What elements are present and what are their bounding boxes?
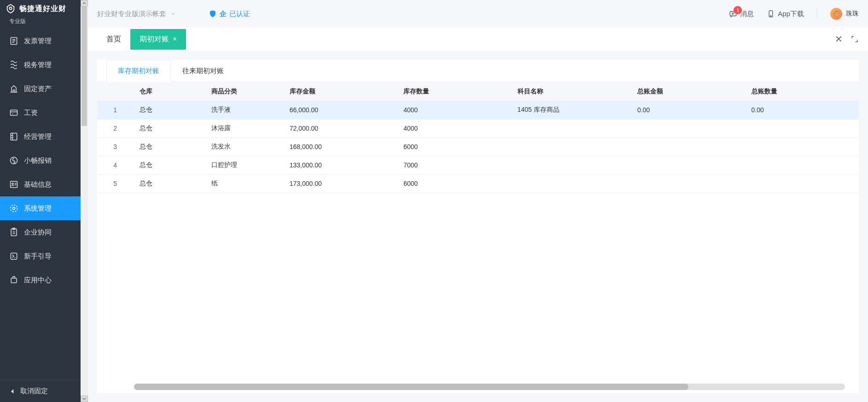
assets-icon xyxy=(9,84,18,93)
cert-prefix: 企 xyxy=(220,10,227,18)
svg-point-0 xyxy=(9,7,12,9)
tab-label: 期初对账 xyxy=(140,34,169,44)
divider xyxy=(817,9,817,18)
cell-empty xyxy=(745,174,859,193)
messages-label: 消息 xyxy=(740,10,754,18)
table-row[interactable]: 3总仓洗发水168,000.006000 xyxy=(97,138,859,156)
nav-label: 小畅报销 xyxy=(24,156,52,165)
cell-empty xyxy=(631,119,745,138)
th-category[interactable]: 商品分类 xyxy=(205,82,283,101)
download-label: App下载 xyxy=(778,10,804,18)
brand-name: 畅捷通好业财 xyxy=(19,4,66,14)
nav-label: 应用中心 xyxy=(24,276,52,285)
svg-point-15 xyxy=(771,16,772,17)
cell-category: 沐浴露 xyxy=(205,119,283,138)
cell-empty xyxy=(745,138,859,156)
cell-index: 2 xyxy=(97,119,133,138)
download-button[interactable]: App下载 xyxy=(767,10,804,18)
cell-inv-qty: 6000 xyxy=(397,174,511,193)
account-selector[interactable]: 好业财专业版演示帐套 xyxy=(97,10,190,18)
th-account[interactable]: 科目名称 xyxy=(511,82,631,101)
messages-button[interactable]: 1 消息 xyxy=(729,10,754,18)
avatar-icon: 🐵 xyxy=(830,8,842,20)
cell-inv-amount: 72,000.00 xyxy=(283,119,397,138)
cell-index: 3 xyxy=(97,138,133,156)
tab-reconciliation[interactable]: 期初对账 × xyxy=(130,29,186,50)
sidebar-unpin[interactable]: 取消固定 xyxy=(0,380,81,402)
table-row[interactable]: 4总仓口腔护理133,000.007000 xyxy=(97,156,859,174)
cell-empty xyxy=(631,138,745,156)
tax-icon xyxy=(9,60,18,69)
th-gl-qty[interactable]: 总账数量 xyxy=(745,82,859,101)
nav-label: 基础信息 xyxy=(24,180,52,189)
table-row[interactable]: 1总仓洗手液66,000.0040001405 库存商品0.000.00 xyxy=(97,101,859,119)
th-inv-qty[interactable]: 库存数量 xyxy=(397,82,511,101)
user-menu[interactable]: 🐵 珠珠 xyxy=(830,8,859,20)
th-inv-amount[interactable]: 库存金额 xyxy=(283,82,397,101)
system-icon xyxy=(9,204,18,213)
nav-basic[interactable]: 基础信息 xyxy=(0,172,81,196)
nav-invoice[interactable]: 发票管理 xyxy=(0,29,81,53)
cell-index: 1 xyxy=(97,101,133,119)
nav-label: 新手引导 xyxy=(24,252,52,261)
cell-category: 口腔护理 xyxy=(205,156,283,174)
cell-warehouse: 总仓 xyxy=(133,101,205,119)
nav-collab[interactable]: 企业协同 xyxy=(0,220,81,244)
nav-system[interactable]: 系统管理 xyxy=(0,196,81,220)
tab-label: 首页 xyxy=(106,34,121,44)
table-row[interactable]: 2总仓沐浴露72,000.004000 xyxy=(97,119,859,138)
expand-icon[interactable] xyxy=(851,35,859,43)
subtab-ar-ap[interactable]: 往来期初对账 xyxy=(171,60,235,82)
cell-warehouse: 总仓 xyxy=(133,119,205,138)
cell-empty xyxy=(511,174,631,193)
scrollbar-thumb[interactable] xyxy=(134,384,688,390)
cell-inv-qty: 6000 xyxy=(397,138,511,156)
cell-inv-qty: 4000 xyxy=(397,101,511,119)
content: 库存期初对账 往来期初对账 xyxy=(88,51,868,402)
sidebar-footer-label: 取消固定 xyxy=(20,387,48,396)
cell-warehouse: 总仓 xyxy=(133,174,205,193)
nav-expense[interactable]: 小畅报销 xyxy=(0,149,81,172)
apps-icon xyxy=(9,276,18,285)
cell-empty xyxy=(511,138,631,156)
close-icon[interactable]: × xyxy=(173,35,177,43)
subtab-bar: 库存期初对账 往来期初对账 xyxy=(97,60,859,82)
messages-badge: 1 xyxy=(734,6,742,14)
th-warehouse[interactable]: 仓库 xyxy=(133,82,205,101)
nav-guide[interactable]: 新手引导 xyxy=(0,244,81,268)
cell-empty xyxy=(631,156,745,174)
sidebar-nav: 发票管理 税务管理 固定资产 工资 经营管理 小畅报销 xyxy=(0,29,81,380)
cell-empty xyxy=(511,119,631,138)
chevron-down-icon xyxy=(170,11,176,17)
th-gl-amount[interactable]: 总账金额 xyxy=(631,82,745,101)
scroll-down-icon[interactable] xyxy=(81,396,88,402)
scroll-thumb[interactable] xyxy=(82,6,87,126)
cell-empty xyxy=(745,156,859,174)
cell-warehouse: 总仓 xyxy=(133,138,205,156)
phone-icon xyxy=(767,10,775,18)
close-all-icon[interactable]: ✕ xyxy=(835,34,843,45)
scroll-up-icon[interactable] xyxy=(81,0,88,6)
nav-assets[interactable]: 固定资产 xyxy=(0,77,81,101)
nav-apps[interactable]: 应用中心 xyxy=(0,268,81,292)
tab-home[interactable]: 首页 xyxy=(97,29,130,50)
cell-inv-amount: 133,000.00 xyxy=(283,156,397,174)
cell-inv-qty: 7000 xyxy=(397,156,511,174)
subtab-label: 库存期初对账 xyxy=(118,67,159,75)
cell-empty xyxy=(631,174,745,193)
table-row[interactable]: 5总仓纸173,000.006000 xyxy=(97,174,859,193)
th-index xyxy=(97,82,133,101)
nav-label: 经营管理 xyxy=(24,132,52,141)
table-container: 仓库 商品分类 库存金额 库存数量 科目名称 总账金额 总账数量 1总仓洗手液6… xyxy=(97,82,859,381)
brand-logo-icon xyxy=(6,4,16,14)
nav-salary[interactable]: 工资 xyxy=(0,101,81,125)
nav-tax[interactable]: 税务管理 xyxy=(0,53,81,77)
nav-label: 税务管理 xyxy=(24,61,52,69)
nav-label: 发票管理 xyxy=(24,37,52,46)
sidebar-scrollbar[interactable] xyxy=(81,0,88,402)
horizontal-scrollbar[interactable] xyxy=(134,384,845,390)
nav-business[interactable]: 经营管理 xyxy=(0,125,81,149)
certified-badge[interactable]: 企 已认证 xyxy=(209,10,250,18)
svg-rect-12 xyxy=(11,278,17,283)
subtab-inventory[interactable]: 库存期初对账 xyxy=(106,60,171,82)
